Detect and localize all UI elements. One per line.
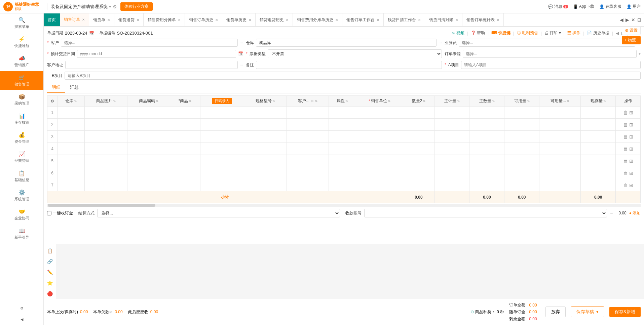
dropdown-icon[interactable]: ▾ — [109, 4, 111, 9]
delete-row-icon[interactable]: 🗑 — [623, 158, 628, 164]
save-draft-btn[interactable]: 保存草稿 ▾ — [571, 307, 605, 317]
sidebar-settings[interactable]: ⚙ — [0, 303, 43, 314]
sidebar-item-purchase[interactable]: 📦 采购管理 — [0, 90, 43, 109]
sort-icon5[interactable]: ⇅ — [272, 99, 275, 103]
tab-sales-goods[interactable]: 销货单 ✕ — [89, 13, 114, 27]
tab-sales-expense[interactable]: 销售费用分摊单 ✕ — [144, 13, 185, 27]
sort-icon10[interactable]: ⇅ — [457, 99, 460, 103]
staff-input[interactable] — [459, 39, 635, 47]
rp-link-icon[interactable]: 🔗 — [45, 256, 55, 267]
tab-order-summary[interactable]: 销售订单统计表 ✕ — [462, 13, 504, 27]
copy-row-icon[interactable]: ⊞ — [629, 182, 633, 188]
tab-daily-workspace[interactable]: 钱货日清工作台 ✕ — [384, 13, 425, 27]
sidebar-item-basic[interactable]: 📋 基础信息 — [0, 167, 43, 186]
sort-icon14[interactable]: ⇅ — [603, 99, 606, 103]
copy-row-icon[interactable]: ⊞ — [629, 110, 633, 115]
delete-row-icon[interactable]: 🗑 — [623, 170, 628, 176]
address-expand-icon[interactable]: ··· — [240, 63, 243, 67]
col-setting[interactable]: ⚙ — [47, 96, 58, 107]
close-all-tabs[interactable]: ✕ — [630, 17, 636, 23]
prev-tab-arrow[interactable]: ◀ — [619, 17, 624, 23]
delete-row-icon[interactable]: 🗑 — [623, 182, 628, 188]
save-draft-dropdown[interactable]: ▾ — [596, 309, 599, 314]
ticket-select[interactable]: 不开票 增值税普通发票 增值税专用发票 — [268, 49, 442, 58]
calendar2-icon[interactable]: 📅 — [238, 51, 243, 56]
sort-icon9[interactable]: ⇅ — [423, 99, 425, 103]
tab-summary[interactable]: 汇总 — [65, 82, 83, 93]
sort-icon11[interactable]: ⇅ — [492, 99, 495, 103]
tab-close[interactable]: ✕ — [377, 18, 379, 22]
payment-expand-icon[interactable]: ··· — [610, 211, 613, 215]
horizontal-scrollbar[interactable] — [47, 204, 641, 207]
sidebar-item-guide[interactable]: 📖 新手引导 — [0, 224, 43, 243]
sidebar-item-marketing[interactable]: 📣 营销推广 — [0, 52, 43, 71]
tab-home[interactable]: 首页 — [44, 13, 60, 27]
delete-row-icon[interactable]: 🗑 — [623, 134, 628, 139]
a-project-input[interactable] — [461, 61, 641, 69]
toolbar-operation[interactable]: ☰ 操作 — [567, 30, 580, 36]
customer-input[interactable] — [61, 39, 238, 47]
account-select[interactable] — [364, 209, 607, 217]
tab-close[interactable]: ✕ — [455, 18, 458, 22]
sidebar-item-quicknav[interactable]: ⚡ 快捷导航 — [0, 33, 43, 52]
tab-goods-history[interactable]: 销货单历史 ✕ — [222, 13, 256, 27]
scrollbar-thumb[interactable] — [48, 204, 155, 207]
col-settings-icon[interactable]: ⚙ — [50, 99, 54, 104]
customer-expand-icon[interactable]: ··· — [240, 40, 243, 45]
tab-close[interactable]: ✕ — [286, 18, 289, 22]
delete-row-icon[interactable]: 🗑 — [623, 110, 628, 115]
sort-icon2[interactable]: ⇅ — [113, 99, 116, 103]
sort-icon4[interactable]: ⇅ — [189, 99, 191, 103]
delete-row-icon[interactable]: 🗑 — [623, 122, 628, 127]
tab-return-history[interactable]: 销货退货历史 ✕ — [256, 13, 293, 27]
settings-icon[interactable]: ⚙ — [113, 4, 117, 9]
settings-button[interactable]: ⚙ 设置 — [622, 27, 641, 35]
copy-row-icon[interactable]: ⊞ — [629, 134, 633, 139]
address-input[interactable] — [65, 61, 238, 69]
sidebar-item-sales[interactable]: 🛒 销售管理 — [0, 71, 43, 90]
toolbar-help[interactable]: ❓ 帮助 — [471, 30, 485, 36]
warehouse-expand-icon[interactable]: ··· — [439, 40, 442, 45]
settlement-select[interactable]: 选择... — [97, 209, 340, 217]
tab-sales-order[interactable]: 销售订单 ✕ — [60, 13, 89, 27]
order-source-input[interactable] — [463, 50, 637, 58]
rp-edit-icon[interactable]: ✏️ — [45, 267, 55, 277]
sidebar-item-business[interactable]: 📈 经营管理 — [0, 148, 43, 167]
tab-expense-history[interactable]: 销售费用分摊单历史 ✕ — [293, 13, 342, 27]
app-download[interactable]: 📱 App下载 — [573, 4, 594, 9]
sort-icon3[interactable]: ⇅ — [156, 99, 158, 103]
tab-close[interactable]: ✕ — [335, 18, 338, 22]
copy-row-icon[interactable]: ⊞ — [629, 122, 633, 127]
user-menu[interactable]: 👤 用户 — [627, 4, 641, 9]
tab-sales-order-close[interactable]: ✕ — [82, 18, 85, 22]
prev-record-arrow[interactable]: ◀ — [616, 31, 619, 36]
industry-btn[interactable]: 体验行业方案 — [120, 2, 153, 11]
tab-close[interactable]: ✕ — [418, 18, 421, 22]
tab-close[interactable]: ✕ — [178, 18, 181, 22]
expand-tabs[interactable]: ⊟ — [636, 17, 642, 23]
save-new-btn[interactable]: 保存&新增 — [609, 307, 641, 317]
calendar-icon[interactable]: 📅 — [89, 31, 94, 36]
sort-icon13[interactable]: ⇅ — [567, 99, 569, 103]
copy-row-icon[interactable]: ⊞ — [629, 158, 633, 164]
tab-daily-reconcile[interactable]: 钱货日清对账 ✕ — [425, 13, 462, 27]
sidebar-item-enterprise[interactable]: 🤝 企业协同 — [0, 205, 43, 224]
delete-row-icon[interactable]: 🗑 — [623, 146, 628, 152]
tab-close[interactable]: ✕ — [137, 18, 139, 22]
tab-close[interactable]: ✕ — [249, 18, 251, 22]
toolbar-profit[interactable]: ◎ 毛利预告 — [517, 30, 538, 36]
one-click-checkbox[interactable]: 一键收订金 — [47, 210, 73, 216]
tab-close[interactable]: ✕ — [497, 18, 499, 22]
rp-star-icon[interactable]: ⭐ — [45, 278, 55, 288]
rp-alert-icon[interactable]: 🔴 — [45, 289, 55, 299]
copy-row-icon[interactable]: ⊞ — [629, 146, 633, 152]
tab-order-workspace[interactable]: 销售订单工作台 ✕ — [342, 13, 384, 27]
tab-sales-return[interactable]: 销货退货 ✕ — [114, 13, 144, 27]
discard-btn[interactable]: 放弃 — [545, 307, 566, 317]
next-tab-arrow[interactable]: ▶ — [624, 17, 630, 23]
warehouse-input[interactable] — [256, 39, 437, 47]
toolbar-print[interactable]: 🖨 打印 ▾ — [544, 30, 561, 36]
sidebar-item-inventory[interactable]: 📊 库存核算 — [0, 109, 43, 128]
copy-row-icon[interactable]: ⊞ — [629, 170, 633, 176]
sidebar-item-system[interactable]: ⚙️ 系统管理 — [0, 186, 43, 205]
